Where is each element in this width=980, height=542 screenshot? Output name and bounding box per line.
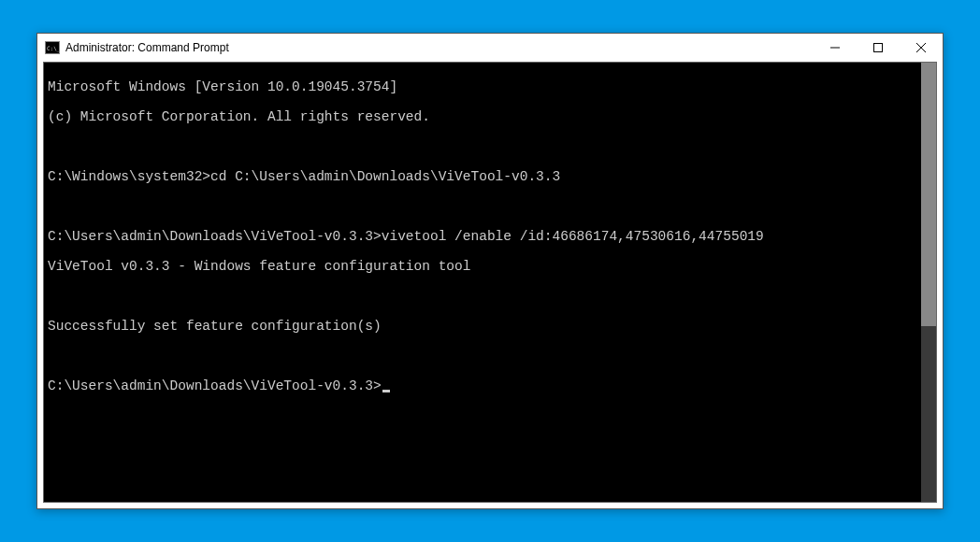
window-controls [814,34,943,62]
command: cd C:\Users\admin\Downloads\ViVeTool-v0.… [210,169,560,184]
titlebar[interactable]: Administrator: Command Prompt [37,34,943,62]
prompt-line: C:\Users\admin\Downloads\ViVeTool-v0.3.3… [48,378,917,393]
minimize-button[interactable] [814,34,857,62]
cursor [382,390,390,392]
terminal-area[interactable]: Microsoft Windows [Version 10.0.19045.37… [43,62,937,503]
window-title: Administrator: Command Prompt [65,41,814,54]
output-line: Microsoft Windows [Version 10.0.19045.37… [48,79,917,94]
prompt: C:\Users\admin\Downloads\ViVeTool-v0.3.3… [48,378,382,393]
output-line: (c) Microsoft Corporation. All rights re… [48,109,917,124]
prompt: C:\Users\admin\Downloads\ViVeTool-v0.3.3… [48,229,382,244]
command-prompt-window: Administrator: Command Prompt Microsoft … [36,33,944,509]
blank-line [48,349,917,364]
output-line: Successfully set feature configuration(s… [48,319,917,334]
prompt-line: C:\Users\admin\Downloads\ViVeTool-v0.3.3… [48,229,917,244]
blank-line [48,199,917,214]
svg-rect-1 [874,44,883,52]
prompt-line: C:\Windows\system32>cd C:\Users\admin\Do… [48,169,917,184]
output-line: ViVeTool v0.3.3 - Windows feature config… [48,259,917,274]
maximize-button[interactable] [857,34,900,62]
terminal-output[interactable]: Microsoft Windows [Version 10.0.19045.37… [44,63,921,502]
scrollbar-thumb[interactable] [921,63,936,326]
scrollbar[interactable] [921,63,936,502]
blank-line [48,139,917,154]
cmd-icon [45,41,60,54]
prompt: C:\Windows\system32> [48,169,210,184]
close-button[interactable] [900,34,943,62]
blank-line [48,289,917,304]
command: vivetool /enable /id:46686174,47530616,4… [382,229,764,244]
